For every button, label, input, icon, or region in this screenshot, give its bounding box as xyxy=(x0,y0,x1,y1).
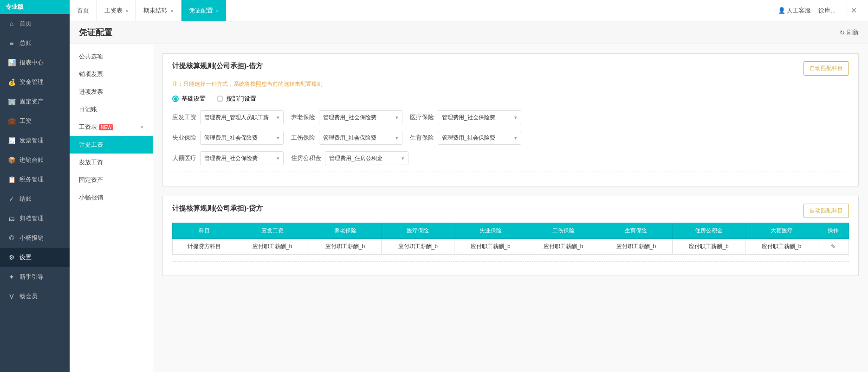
left-nav-expenses[interactable]: 小畅报销 xyxy=(70,189,153,206)
sidebar-item-member[interactable]: V 畅会员 xyxy=(0,287,70,306)
col-op: 操作 xyxy=(818,223,849,239)
form-row-1: 应发工资 管理费用_管理人员职工薪酬 ▾ 养老保险 管理费用_社会保险费 ▾ xyxy=(172,110,849,124)
tab-voucher[interactable]: 凭证配置 × xyxy=(181,0,227,21)
ledger-icon: ≡ xyxy=(7,39,16,47)
maternity-label: 生育保险 xyxy=(410,134,434,142)
maternity-select[interactable]: 管理费用_社会保险费 ▾ xyxy=(438,131,521,145)
main-area: 首页 工资表 × 期末结转 × 凭证配置 × 👤 人工客服 徐库... ✕ 凭证… xyxy=(70,0,868,372)
unemployment-label: 失业保险 xyxy=(172,134,196,142)
sidebar-item-settings[interactable]: ⚙ 设置 xyxy=(0,248,70,267)
sidebar-item-tax[interactable]: 📋 税务管理 xyxy=(0,170,70,189)
tab-home-label: 首页 xyxy=(77,6,89,15)
field-major-medical: 大额医疗 管理费用_社会保险费 ▾ xyxy=(172,151,284,165)
radio-basic[interactable]: 基础设置 xyxy=(172,95,206,103)
tab-period[interactable]: 期末结转 × xyxy=(136,0,181,21)
field-injury: 工伤保险 管理费用_社会保险费 ▾ xyxy=(291,131,402,145)
tab-bar: 首页 工资表 × 期末结转 × 凭证配置 × 👤 人工客服 徐库... ✕ xyxy=(70,0,868,21)
member-icon: V xyxy=(7,293,16,300)
section-divider xyxy=(172,172,849,172)
sidebar-label-ledger: 总账 xyxy=(19,39,32,47)
edit-icon[interactable]: ✎ xyxy=(831,243,836,250)
unemployment-select[interactable]: 管理费用_社会保险费 ▾ xyxy=(200,131,284,145)
sidebar-label-salary: 工资 xyxy=(19,117,32,125)
chevron-icon-4: ▾ xyxy=(277,135,279,141)
section-credit-header: 计提核算规则(公司承担)-贷方 自动匹配科目 xyxy=(172,204,849,218)
left-nav-payroll-table[interactable]: 工资表 NEW ▾ xyxy=(70,118,153,136)
left-nav-fixed-assets[interactable]: 固定资产 xyxy=(70,171,153,189)
sidebar: 专业版 ⌂ 首页 ≡ 总账 📊 报表中心 💰 资金管理 🏢 固定资产 💼 工资 … xyxy=(0,0,70,372)
field-unemployment: 失业保险 管理费用_社会保险费 ▾ xyxy=(172,131,284,145)
page-header: 凭证配置 ↻ 刷新 xyxy=(70,21,868,44)
tab-payroll[interactable]: 工资表 × xyxy=(97,0,136,21)
user-info: 徐库... xyxy=(818,6,836,15)
right-content: 计提核算规则(公司承担)-借方 自动匹配科目 注：只能选择一种方式，系统将按照您… xyxy=(153,44,868,372)
tab-period-close[interactable]: × xyxy=(170,8,173,13)
left-nav-calc-salary[interactable]: 计提工资 xyxy=(70,136,153,154)
sidebar-item-close[interactable]: ✓ 结账 xyxy=(0,189,70,209)
chevron-icon-8: ▾ xyxy=(402,155,404,161)
row-injury: 应付职工薪酬_b xyxy=(527,239,600,255)
sidebar-item-home[interactable]: ⌂ 首页 xyxy=(0,14,70,33)
sidebar-label-tax: 税务管理 xyxy=(19,175,44,184)
sidebar-label-inventory: 进销台账 xyxy=(19,156,44,164)
assets-icon: 🏢 xyxy=(7,98,16,105)
sidebar-item-assets[interactable]: 🏢 固定资产 xyxy=(0,92,70,111)
radio-dept-label: 按部门设置 xyxy=(226,95,256,103)
col-gross: 应发工资 xyxy=(236,223,309,239)
sidebar-label-home: 首页 xyxy=(19,19,32,28)
radio-basic-circle xyxy=(172,96,179,102)
help-link[interactable]: 👤 人工客服 xyxy=(778,6,811,15)
field-maternity: 生育保险 管理费用_社会保险费 ▾ xyxy=(410,131,521,145)
major-medical-select[interactable]: 管理费用_社会保险费 ▾ xyxy=(200,151,284,165)
col-medical: 医疗保险 xyxy=(382,223,454,239)
refresh-button[interactable]: ↻ 刷新 xyxy=(840,28,859,37)
sidebar-label-xiaochang: 小畅报销 xyxy=(19,234,44,242)
medical-select[interactable]: 管理费用_社会保险费 ▾ xyxy=(438,110,521,124)
guide-icon: ✦ xyxy=(7,273,16,281)
sidebar-item-inventory[interactable]: 📦 进销台账 xyxy=(0,150,70,170)
row-gross: 应付职工薪酬_b xyxy=(236,239,309,255)
row-edit[interactable]: ✎ xyxy=(818,239,849,255)
col-housing: 住房公积金 xyxy=(673,223,745,239)
tab-payroll-close[interactable]: × xyxy=(125,8,128,13)
row-housing: 应付职工薪酬_b xyxy=(673,239,745,255)
tax-icon: 📋 xyxy=(7,176,16,183)
left-nav-pay-salary[interactable]: 发放工资 xyxy=(70,154,153,171)
radio-group: 基础设置 按部门设置 xyxy=(172,95,849,103)
auto-match-debit-btn[interactable]: 自动匹配科目 xyxy=(803,61,849,76)
sidebar-item-invoice[interactable]: 🧾 发票管理 xyxy=(0,131,70,150)
sidebar-label-invoice: 发票管理 xyxy=(19,136,44,145)
row-pension: 应付职工薪酬_b xyxy=(309,239,382,255)
left-nav-journal[interactable]: 日记账 xyxy=(70,101,153,118)
radio-dept[interactable]: 按部门设置 xyxy=(217,95,256,103)
sidebar-item-funds[interactable]: 💰 资金管理 xyxy=(0,72,70,92)
sidebar-item-salary[interactable]: 💼 工资 xyxy=(0,111,70,131)
settings-icon: ⚙ xyxy=(7,254,16,261)
sidebar-label-assets: 固定资产 xyxy=(19,97,44,106)
gross-salary-select[interactable]: 管理费用_管理人员职工薪酬 ▾ xyxy=(200,110,284,124)
section2-divider xyxy=(172,261,849,262)
radio-dept-circle xyxy=(217,96,223,102)
sidebar-item-archive[interactable]: 🗂 归档管理 xyxy=(0,209,70,228)
sidebar-item-guide[interactable]: ✦ 新手引导 xyxy=(0,267,70,287)
section-credit-title: 计提核算规则(公司承担)-贷方 xyxy=(172,204,263,213)
housing-fund-select[interactable]: 管理费用_住房公积金 ▾ xyxy=(325,151,408,165)
chevron-icon-2: ▾ xyxy=(395,115,398,121)
pension-select[interactable]: 管理费用_社会保险费 ▾ xyxy=(319,110,402,124)
auto-match-credit-btn[interactable]: 自动匹配科目 xyxy=(803,204,849,218)
col-subject: 科目 xyxy=(173,223,236,239)
left-nav-sales[interactable]: 销项发票 xyxy=(70,65,153,83)
sidebar-item-reports[interactable]: 📊 报表中心 xyxy=(0,53,70,72)
tab-voucher-close[interactable]: × xyxy=(216,8,219,13)
sidebar-label-reports: 报表中心 xyxy=(19,58,44,67)
tab-home[interactable]: 首页 xyxy=(70,0,97,21)
close-window-btn[interactable]: ✕ xyxy=(847,4,861,18)
left-nav-public[interactable]: 公共选项 xyxy=(70,48,153,65)
injury-select[interactable]: 管理费用_社会保险费 ▾ xyxy=(319,131,402,145)
sidebar-label-funds: 资金管理 xyxy=(19,78,44,86)
chevron-icon-5: ▾ xyxy=(395,135,398,141)
field-gross-salary: 应发工资 管理费用_管理人员职工薪酬 ▾ xyxy=(172,110,284,124)
left-nav-purchase[interactable]: 进项发票 xyxy=(70,83,153,101)
sidebar-item-ledger[interactable]: ≡ 总账 xyxy=(0,33,70,53)
sidebar-item-xiaochang[interactable]: © 小畅报销 xyxy=(0,228,70,248)
